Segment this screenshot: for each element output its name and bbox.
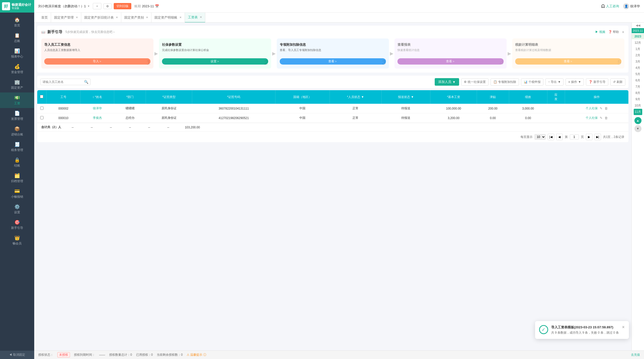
month-10[interactable]: 10月 [634,102,642,109]
switch-version-button[interactable]: 切到旧版 [114,3,131,9]
month-6[interactable]: 6月 [634,77,642,84]
month-2[interactable]: 2月 [634,52,642,59]
month-8[interactable]: 8月 [634,90,642,96]
down-icon[interactable]: ▼ [634,125,641,132]
month-9[interactable]: 9月 [634,96,642,102]
select-all-header[interactable] [37,90,46,104]
new-guide-button[interactable]: ❓ 新手引导 [586,78,608,86]
row-checkbox[interactable] [40,107,44,110]
sidebar-item-invoice[interactable]: 📄 发票管理 [0,108,34,124]
refresh-button[interactable]: ↺ 刷新 [610,78,625,86]
calendar-icon[interactable]: 📅 [155,4,159,8]
sidebar-item-tax[interactable]: 🧾 税务管理 [0,139,34,155]
user-menu[interactable]: 👤 徐泽华 [623,3,640,9]
month-12[interactable]: 12月 [634,40,642,46]
close-icon[interactable]: ✕ [179,16,182,19]
settings-button[interactable]: ⚙ [103,4,112,9]
step-2-button[interactable]: 设置＞ [162,58,268,65]
tab-fixed-assets[interactable]: 固定资产管理 ✕ [51,13,81,23]
delete-icon[interactable]: 🗑 [605,116,608,120]
first-page-button[interactable]: |◀ [548,134,554,140]
employee-name-link[interactable]: 李俊杰 [93,116,102,120]
step-1-button[interactable]: 导入＞ [44,58,150,65]
col-name[interactable]: ↕ *姓名 [80,90,114,104]
month-3[interactable]: 3月 [634,59,642,65]
sidebar-item-home[interactable]: 🏠 首页 [0,15,34,30]
success-icon: ✓ [539,325,548,334]
row-checkbox-cell[interactable] [37,104,46,113]
row-checkbox[interactable] [40,116,44,119]
col-status[interactable]: *人员状态 ▼ [330,90,381,104]
close-icon[interactable]: ✕ [200,16,202,19]
tax-icon: 🧾 [14,142,20,147]
sidebar-item-close[interactable]: 🔒 结账 [0,155,34,170]
sidebar-item-payroll[interactable]: 💵 工资 [0,92,34,108]
operation-button[interactable]: ≡ 操作 ▼ [566,78,584,86]
sidebar-item-member[interactable]: 👑 畅会员 [0,233,34,248]
tab-depreciation[interactable]: 固定资产折旧统计表 ✕ [81,13,121,23]
sidebar-item-expense[interactable]: 💳 小畅报销 [0,186,34,201]
onboarding-panel: 📖 新手引导 5步快速完成设置，快去完善信息吧～ ▶ 视频 ❓ 帮助 ✕ 导入员… [37,26,628,73]
row-checkbox-cell[interactable] [37,113,46,123]
onboarding-close-button[interactable]: ✕ [622,30,624,34]
select-all-checkbox[interactable] [40,95,43,98]
toast-close-button[interactable]: ✕ [622,325,625,329]
delete-icon[interactable]: 🗑 [605,107,608,110]
main-content: 📖 新手引导 5步快速完成设置，快去完善信息吧～ ▶ 视频 ❓ 帮助 ✕ 导入员… [34,23,631,350]
page-suffix: 页 [581,135,584,139]
last-page-button[interactable]: ▶| [594,134,601,140]
month-7[interactable]: 7月 [634,84,642,90]
account-selector[interactable]: 刘小艳演示账套（勿删勿动！）1 ▼ [38,4,90,9]
sidebar-item-inventory[interactable]: 📦 进销台账 [0,124,34,139]
close-icon[interactable]: ✕ [116,16,118,19]
month-11[interactable]: 11月 [634,109,642,115]
sidebar-item-archive[interactable]: 🗂️ 归档管理 [0,170,34,186]
personal-insurance-link[interactable]: 个人社保 [586,106,598,111]
info-icon[interactable]: ⓘ [203,353,206,356]
month-1[interactable]: 1月 [634,46,642,52]
social-insurance-button[interactable]: ⚙ 统一社保设置 [461,78,489,86]
sidebar-item-settings[interactable]: ⚙️ 设置 [0,201,34,217]
per-page-select[interactable]: 10 20 50 [535,134,546,140]
employee-id-number: 412702198206290521 [192,113,275,123]
add-account-button[interactable]: ＋ [93,3,101,9]
month-5[interactable]: 5月 [634,71,642,77]
add-person-button[interactable]: 添加人员 ▼ [435,78,459,86]
close-icon[interactable]: ✕ [146,16,148,19]
sidebar-item-guide[interactable]: 🎯 新手引导 [0,217,34,233]
step-4-button[interactable]: 查看＞ [397,58,504,65]
prev-page-button[interactable]: ◀ [556,134,563,140]
subsidy-button[interactable]: 📋 专项附加扣除 [491,78,519,86]
edit-icon[interactable]: ✎ [600,107,602,110]
edit-icon[interactable]: ✎ [600,116,602,120]
tab-category[interactable]: 固定资产类别 ✕ [121,13,151,23]
personal-insurance-link[interactable]: 个人社保 [586,116,598,120]
sidebar-item-fund[interactable]: 💰 资金管理 [0,61,34,77]
unpin-button[interactable]: ◀ 取消固定 [0,351,34,359]
tab-home[interactable]: 首页 [38,13,51,23]
help-link[interactable]: ❓ 帮助 [608,30,619,34]
service-button[interactable]: 🎧 人工咨询 [601,4,619,9]
video-link[interactable]: ▶ 视频 [595,30,605,34]
employee-name-link[interactable]: 徐泽华 [93,107,102,110]
export-button[interactable]: ↑ 导出 ▼ [545,78,564,86]
col-report-status[interactable]: 报送状态 ▼ [381,90,430,104]
search-input[interactable] [43,80,83,84]
sidebar-item-ledger[interactable]: 📋 总账 [0,30,34,46]
tax-button[interactable]: 📊 个税申报 [521,78,543,86]
month-4[interactable]: 4月 [634,65,642,71]
sidebar-item-assets[interactable]: 🏢 固定资产 [0,77,34,92]
step-3-button[interactable]: 查看＞ [280,58,386,65]
step-5-button[interactable]: 查看＞ [515,58,621,65]
employee-performance: 3,000.00 [509,104,547,113]
up-icon[interactable]: ▲ [634,117,641,124]
sidebar-item-label: 工资 [14,101,20,106]
sidebar-item-report[interactable]: 📊 报表中心 [0,46,34,61]
tab-payroll[interactable]: 工资表 ✕ [185,13,205,23]
recharge-link[interactable]: 去充值 [631,353,640,357]
collapse-panel-button[interactable]: ◀◀ [636,24,640,27]
tab-detail-ledger[interactable]: 固定资产明细账 ✕ [151,13,185,23]
next-page-button[interactable]: ▶ [586,134,592,140]
page-input[interactable] [570,134,579,139]
close-icon[interactable]: ✕ [76,16,78,19]
